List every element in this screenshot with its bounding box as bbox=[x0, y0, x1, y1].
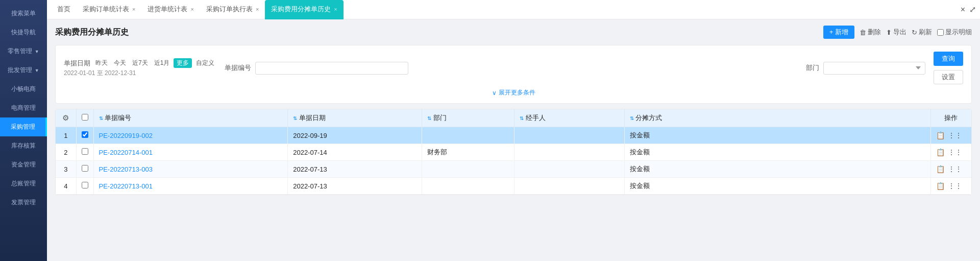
tab-purchase-order-exec[interactable]: 采购订单执行表× bbox=[200, 0, 265, 19]
row-num: 2 bbox=[56, 144, 76, 161]
delete-button[interactable]: 🗑 删除 bbox=[860, 28, 881, 37]
order-no-link[interactable]: PE-20220919-002 bbox=[99, 132, 153, 139]
sort-icon-dept: ⇅ bbox=[427, 115, 431, 121]
row-checkbox[interactable] bbox=[82, 131, 88, 138]
order-no-input[interactable] bbox=[255, 62, 408, 75]
sidebar-item-purchase[interactable]: 采购管理 bbox=[0, 117, 47, 136]
table-row: 1PE-20220919-0022022-09-19按金额📋⋮⋮ bbox=[56, 127, 971, 144]
row-checkbox-cell[interactable] bbox=[76, 178, 93, 195]
edit-icon[interactable]: 📋 bbox=[936, 131, 945, 139]
setting-button[interactable]: 设置 bbox=[934, 70, 963, 84]
order-no-link[interactable]: PE-20220713-003 bbox=[99, 165, 153, 173]
more-ops-icon[interactable]: ⋮⋮ bbox=[948, 182, 962, 190]
row-num: 1 bbox=[56, 127, 76, 144]
edit-icon[interactable]: 📋 bbox=[936, 165, 945, 173]
order-no-link[interactable]: PE-20220714-001 bbox=[99, 149, 153, 156]
col-header-date[interactable]: ⇅ 单据日期 bbox=[288, 109, 422, 127]
table-row: 4PE-20220713-0012022-07-13按金额📋⋮⋮ bbox=[56, 178, 971, 195]
row-date: 2022-07-14 bbox=[288, 144, 422, 161]
tab-home[interactable]: 首页 bbox=[51, 0, 77, 19]
ops-container: 📋⋮⋮ bbox=[936, 148, 967, 156]
last1month-btn[interactable]: 近1月 bbox=[152, 58, 172, 68]
sort-icon-handler: ⇅ bbox=[520, 115, 524, 121]
sidebar-item-finance[interactable]: 资金管理 bbox=[0, 155, 47, 174]
last7days-btn[interactable]: 近7天 bbox=[130, 58, 150, 68]
row-split-method: 按金额 bbox=[624, 178, 930, 195]
row-dept: 财务部 bbox=[422, 144, 514, 161]
sidebar-item-quick-nav[interactable]: 快捷导航 bbox=[0, 23, 47, 42]
row-num: 3 bbox=[56, 161, 76, 178]
col-header-dept[interactable]: ⇅ 部门 bbox=[422, 109, 514, 127]
refresh-icon: ↻ bbox=[912, 29, 917, 36]
col-header-split-method[interactable]: ⇅ 分摊方式 bbox=[624, 109, 930, 127]
row-date: 2022-09-19 bbox=[288, 127, 422, 144]
tab-bar-actions: × ⤢ bbox=[961, 5, 976, 14]
chevron-down-icon: ▼ bbox=[33, 68, 39, 73]
add-button[interactable]: + 新增 bbox=[823, 26, 854, 39]
sort-icon-split-method: ⇅ bbox=[630, 115, 634, 121]
col-header-setting[interactable]: ⚙ bbox=[56, 109, 76, 127]
filter-buttons: 查询 设置 bbox=[934, 52, 963, 84]
sidebar-item-retail[interactable]: 零售管理 ▼ bbox=[0, 42, 47, 61]
tab-purchase-order-stats[interactable]: 采购订单统计表× bbox=[77, 0, 141, 19]
edit-icon[interactable]: 📋 bbox=[936, 148, 945, 156]
row-checkbox[interactable] bbox=[82, 148, 88, 155]
sidebar-item-invoice[interactable]: 发票管理 bbox=[0, 193, 47, 212]
expand-more-btn[interactable]: ∨ 展开更多条件 bbox=[64, 88, 963, 97]
row-order-no: PE-20220713-003 bbox=[93, 161, 288, 178]
order-no-link[interactable]: PE-20220713-001 bbox=[99, 182, 153, 190]
order-no-filter-group: 单据编号 bbox=[225, 62, 798, 75]
sidebar-item-inventory[interactable]: 库存核算 bbox=[0, 136, 47, 155]
row-checkbox-cell[interactable] bbox=[76, 144, 93, 161]
gear-icon[interactable]: ⚙ bbox=[62, 113, 69, 122]
date-range-text: 2022-01-01 至 2022-12-31 bbox=[64, 69, 216, 78]
data-table: ⚙ ⇅ 单据编号 ⇅ 单据日期 bbox=[56, 109, 971, 195]
edit-icon[interactable]: 📋 bbox=[936, 182, 945, 190]
tab-close-icon[interactable]: × bbox=[256, 6, 259, 12]
more-ops-icon[interactable]: ⋮⋮ bbox=[948, 131, 962, 139]
query-button[interactable]: 查询 bbox=[934, 52, 963, 66]
col-header-check[interactable] bbox=[76, 109, 93, 127]
more-ops-icon[interactable]: ⋮⋮ bbox=[948, 165, 962, 173]
custom-date-btn[interactable]: 自定义 bbox=[194, 58, 216, 68]
sidebar-item-small-ecom[interactable]: 小畅电商 bbox=[0, 80, 47, 99]
more-ops-icon[interactable]: ⋮⋮ bbox=[948, 148, 962, 156]
tab-close-icon[interactable]: × bbox=[334, 6, 337, 12]
row-handler bbox=[514, 161, 624, 178]
export-button[interactable]: ⬆ 导出 bbox=[886, 28, 906, 37]
tab-goods-in-stats[interactable]: 进货单统计表× bbox=[141, 0, 200, 19]
tab-purchase-cost-history[interactable]: 采购费用分摊单历史× bbox=[265, 0, 343, 19]
tab-close-icon[interactable]: × bbox=[190, 6, 193, 12]
row-checkbox[interactable] bbox=[82, 165, 88, 172]
expand-icon: ∨ bbox=[492, 89, 497, 97]
row-handler bbox=[514, 127, 624, 144]
close-window-icon[interactable]: × bbox=[961, 5, 965, 14]
col-header-order-no[interactable]: ⇅ 单据编号 bbox=[93, 109, 288, 127]
dept-label: 部门 bbox=[806, 63, 819, 73]
table-header-row: ⚙ ⇅ 单据编号 ⇅ 单据日期 bbox=[56, 109, 971, 127]
show-detail-check-input[interactable] bbox=[937, 29, 944, 36]
row-checkbox-cell[interactable] bbox=[76, 161, 93, 178]
dept-select[interactable] bbox=[823, 62, 925, 75]
sidebar-item-ecom[interactable]: 电商管理 bbox=[0, 99, 47, 117]
tab-close-icon[interactable]: × bbox=[132, 6, 135, 12]
maximize-window-icon[interactable]: ⤢ bbox=[969, 5, 976, 14]
col-header-handler[interactable]: ⇅ 经手人 bbox=[514, 109, 624, 127]
sidebar-item-wholesale[interactable]: 批发管理 ▼ bbox=[0, 61, 47, 80]
sidebar-item-ledger[interactable]: 总账管理 bbox=[0, 174, 47, 193]
sidebar-item-search[interactable]: 搜索菜单 bbox=[0, 4, 47, 23]
row-checkbox[interactable] bbox=[82, 182, 88, 188]
sort-icon-date: ⇅ bbox=[293, 115, 297, 121]
refresh-button[interactable]: ↻ 刷新 bbox=[912, 28, 932, 37]
row-order-no: PE-20220919-002 bbox=[93, 127, 288, 144]
more-date-btn[interactable]: 更多 bbox=[174, 58, 192, 68]
content-area: 采购费用分摊单历史 + 新增 🗑 删除 ⬆ 导出 ↻ 刷新 显示明细 bbox=[47, 19, 980, 261]
row-checkbox-cell[interactable] bbox=[76, 127, 93, 144]
today-btn[interactable]: 今天 bbox=[112, 58, 128, 68]
chevron-down-icon: ▼ bbox=[33, 49, 39, 54]
yesterday-btn[interactable]: 昨天 bbox=[93, 58, 110, 68]
page-title: 采购费用分摊单历史 bbox=[55, 27, 129, 38]
dept-filter-group: 部门 bbox=[806, 62, 925, 75]
select-all-checkbox[interactable] bbox=[82, 114, 88, 121]
show-detail-checkbox[interactable]: 显示明细 bbox=[937, 28, 972, 37]
